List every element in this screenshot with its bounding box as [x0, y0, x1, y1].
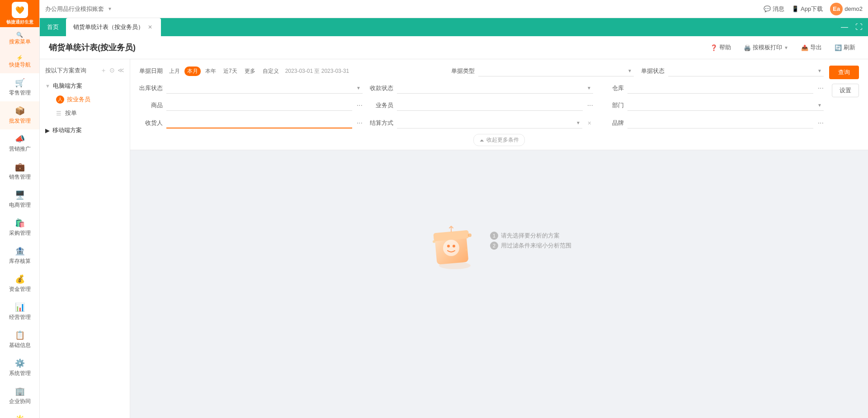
sidebar-item-purchase[interactable]: 🛍️ 采购管理	[0, 214, 40, 242]
export-icon: 📤	[801, 44, 808, 51]
finance-icon: 💰	[15, 274, 25, 284]
sidebar-item-ecommerce[interactable]: 🖥️ 电商管理	[0, 185, 40, 214]
date-btn-more[interactable]: 更多	[242, 66, 258, 76]
salesperson-dot-icon: 人	[56, 95, 64, 104]
doctype-select[interactable]	[478, 66, 634, 76]
scheme-item-salesperson[interactable]: 人 按业务员	[51, 93, 130, 106]
tab-close-icon[interactable]: ✕	[146, 24, 154, 31]
sidebar-item-sales[interactable]: 💼 销售管理	[0, 157, 40, 185]
sidebar-item-finance[interactable]: 💰 资金管理	[0, 270, 40, 298]
sidebar-item-retail[interactable]: 🛒 零售管理	[0, 73, 40, 101]
date-btn-custom[interactable]: 自定义	[260, 66, 282, 76]
scheme-group-mobile: ▶ 移动端方案	[40, 122, 130, 139]
warehouse-input[interactable]	[627, 83, 813, 94]
sidebar-item-system[interactable]: ⚙️ 系统管理	[0, 354, 40, 382]
warehouse-label: 仓库	[600, 84, 624, 92]
settlement-clear-btn[interactable]: ×	[586, 119, 593, 127]
scheme-item-order[interactable]: ☰ 按单	[51, 106, 130, 120]
sidebar-item-label: 搜索菜单	[9, 38, 31, 46]
scheme-add-icon[interactable]: ＋	[100, 66, 107, 75]
sidebar-item-nav[interactable]: ⚡ 快捷导航	[0, 50, 40, 73]
refresh-btn[interactable]: 🔄 刷新	[831, 42, 859, 53]
sidebar-item-inventory[interactable]: 🏦 库存核算	[0, 242, 40, 270]
query-btn[interactable]: 查询	[829, 66, 859, 79]
sidebar: 🧡 畅捷通好生意 🔍 搜索菜单 ⚡ 快捷导航 🛒 零售管理 📦 批发管理 📣 营…	[0, 0, 40, 418]
app-download-btn[interactable]: 📱 App下载	[792, 5, 823, 13]
export-btn[interactable]: 📤 导出	[797, 42, 826, 53]
settlement-select[interactable]	[397, 118, 582, 128]
salesperson-input[interactable]	[397, 100, 583, 111]
sidebar-item-label: 批发管理	[9, 117, 31, 125]
sidebar-item-wholesale[interactable]: 📦 批发管理	[0, 101, 40, 129]
scheme-refresh-icon[interactable]: ⊙	[109, 66, 115, 75]
user-menu[interactable]: Ea demo2	[830, 3, 863, 15]
sidebar-item-marketing[interactable]: 📣 营销推广	[0, 129, 40, 157]
svg-point-6	[433, 240, 435, 243]
logo-icon: 🧡	[12, 2, 28, 18]
collapse-btn[interactable]: ⏶ 收起更多条件	[473, 134, 525, 146]
template-print-btn[interactable]: 🖨️ 按模板打印 ▼	[740, 42, 792, 53]
filter-warehouse-field: 仓库 ···	[600, 83, 824, 94]
date-btn-thisyear[interactable]: 本年	[203, 66, 219, 76]
help-btn[interactable]: ❓ 帮助	[707, 42, 735, 53]
empty-svg	[427, 218, 481, 272]
sidebar-item-label: 快捷导航	[9, 61, 31, 69]
sidebar-item-label: 采购管理	[9, 229, 31, 237]
brand-label: 品牌	[600, 119, 624, 127]
receiver-input[interactable]	[166, 117, 352, 128]
dept-select[interactable]	[627, 100, 824, 110]
receivestatus-select[interactable]	[397, 83, 593, 93]
settings-btn[interactable]: 设置	[832, 84, 859, 97]
tab-sales-stat-label: 销货单统计表（按业务员）	[73, 23, 144, 31]
empty-text: 1 请先选择要分析的方案 2 用过滤条件来缩小分析范围	[490, 230, 571, 252]
brand-dots-icon[interactable]: ···	[818, 119, 824, 127]
header-dropdown-arrow[interactable]: ▼	[108, 6, 112, 11]
sidebar-item-search[interactable]: 🔍 搜索菜单	[0, 27, 40, 50]
brand-input[interactable]	[627, 118, 813, 128]
messages-btn[interactable]: 💬 消息	[764, 5, 784, 13]
tab-controls: — ⛶	[835, 22, 868, 33]
marketing-icon: 📣	[15, 134, 25, 144]
date-btn-thismonth[interactable]: 本月	[184, 66, 201, 76]
sidebar-item-label: 零售管理	[9, 89, 31, 97]
date-filter: 上月 本月 本年 近7天 更多 自定义 2023-03-01 至 2023-03…	[166, 66, 444, 76]
scheme-group-mobile-header[interactable]: ▶ 移动端方案	[40, 124, 130, 137]
receiver-dots-icon[interactable]: ···	[357, 119, 363, 127]
collapse-up-icon: ⏶	[479, 137, 485, 143]
filter-salesperson-field: 业务员 ···	[370, 100, 593, 111]
date-btn-7days[interactable]: 近7天	[221, 66, 240, 76]
tab-minimize-icon[interactable]: —	[839, 22, 850, 33]
filter-goods-field: 商品 ···	[139, 100, 363, 111]
help-label: 帮助	[719, 43, 731, 52]
warehouse-dots-icon[interactable]: ···	[818, 84, 824, 92]
app-download-label: App下载	[801, 5, 823, 13]
filter-brand-field: 品牌 ···	[600, 118, 824, 128]
tab-home-label: 首页	[47, 23, 59, 31]
scheme-collapse-icon[interactable]: ≪	[118, 66, 124, 75]
scheme-panel: 按以下方案查询 ＋ ⊙ ≪ ▼ 电脑端方案 人	[40, 59, 130, 418]
docstatus-select[interactable]	[668, 66, 824, 76]
template-print-label: 按模板打印	[753, 43, 782, 52]
goods-dots-icon[interactable]: ···	[357, 101, 363, 109]
collapse-row: ⏶ 收起更多条件	[139, 134, 859, 146]
date-btn-lastmonth[interactable]: 上月	[166, 66, 183, 76]
settlement-label: 结算方式	[370, 119, 393, 127]
scheme-group-pc-header[interactable]: ▼ 电脑端方案	[40, 79, 130, 93]
page-header: 销货单统计表(按业务员) ❓ 帮助 🖨️ 按模板打印 ▼ 📤 导出 🔄 刷	[40, 36, 868, 59]
sidebar-item-newbie[interactable]: 🌟 新手引导	[0, 410, 40, 418]
print-dropdown-icon[interactable]: ▼	[784, 45, 788, 50]
tab-sales-stat[interactable]: 销货单统计表（按业务员） ✕	[66, 18, 161, 36]
tab-home[interactable]: 首页	[40, 18, 66, 36]
goods-input[interactable]	[166, 100, 352, 111]
dept-label: 部门	[600, 101, 624, 109]
tab-maximize-icon[interactable]: ⛶	[854, 22, 864, 33]
doctype-label: 单据类型	[451, 67, 475, 75]
salesperson-dots-icon[interactable]: ···	[587, 101, 593, 109]
sidebar-item-operation[interactable]: 📊 经营管理	[0, 298, 40, 326]
filter-doctype-field: 单据类型 ▼	[451, 66, 634, 76]
outstatus-select[interactable]	[166, 83, 363, 93]
sidebar-item-basic[interactable]: 📋 基础信息	[0, 326, 40, 354]
sidebar-item-enterprise[interactable]: 🏢 企业协同	[0, 382, 40, 410]
enterprise-icon: 🏢	[15, 386, 25, 396]
avatar: Ea	[830, 3, 843, 15]
